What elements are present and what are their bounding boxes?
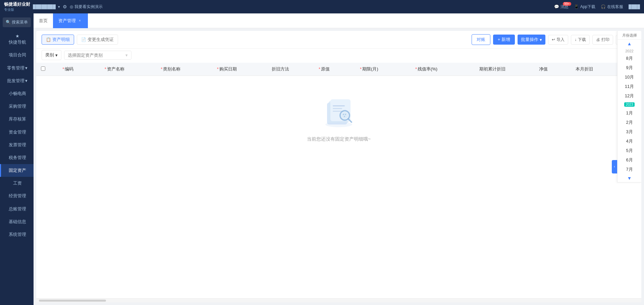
scroll-thumb[interactable] (39, 300, 106, 302)
year-2023-badge: 2023 (618, 101, 641, 108)
month-8[interactable]: 8月 (618, 54, 641, 63)
data-table: *编码 *资产名称 *类别名称 *购买日期 折旧方法 *原值 *期限(月) *残… (36, 63, 641, 76)
category-input[interactable] (68, 53, 124, 58)
category-filter[interactable]: 类别 ▾ (42, 50, 61, 60)
col-current-dep: 本月折旧 (559, 63, 610, 76)
company-name: ████████ (33, 4, 56, 9)
sub-tabs: 📋 资产明细 📄 变更生成凭证 对账 + 新增 批量操作 ▾ ↩ (36, 31, 641, 49)
chevron-down-icon: ▾ (58, 5, 60, 9)
col-original-value: *原值 (306, 63, 343, 76)
doc-icon: 📄 (81, 37, 86, 42)
sidebar-item-fixed-assets[interactable]: 固定资产 (0, 164, 34, 177)
month-5[interactable]: 5月 (618, 146, 641, 155)
month-12[interactable]: 12月 (618, 91, 641, 101)
sidebar-item-wholesale[interactable]: 批发管理 ▾ (0, 74, 34, 87)
month-3[interactable]: 3月 (618, 127, 641, 137)
month-11[interactable]: 11月 (618, 82, 641, 91)
quick-nav-icon: ★ (15, 33, 19, 39)
demo-link[interactable]: ◎ 我要看实例演示 (70, 4, 103, 10)
month-panel-up[interactable]: ▲ (618, 40, 641, 48)
tab-close-button[interactable]: × (77, 18, 83, 23)
col-net-value: 净值 (528, 63, 559, 76)
sidebar-item-retail[interactable]: 零售管理 ▾ (0, 62, 34, 74)
month-panel-toggle[interactable]: ‹ (612, 160, 617, 173)
svg-point-10 (343, 114, 344, 115)
month-panel: 月份选择 ▲ 2022 8月 9月 10月 11月 12月 2023 1月 2月… (617, 31, 641, 183)
message-badge: 99+ (563, 2, 571, 6)
sub-tab-voucher[interactable]: 📄 变更生成凭证 (77, 35, 118, 45)
online-service-action[interactable]: 🎧 在线客服 (601, 4, 623, 10)
user-area[interactable]: ████ (629, 4, 640, 9)
sidebar-item-basic-info[interactable]: 基础信息 (0, 215, 34, 228)
app-logo: 畅捷通好业财 专业版 (4, 1, 30, 12)
chevron-down-icon: ▾ (25, 78, 28, 84)
import-button[interactable]: ↩ 导入 (548, 35, 568, 45)
select-all-column (36, 63, 50, 76)
month-7[interactable]: 7月 (618, 165, 641, 174)
col-code: *编码 (50, 63, 87, 76)
settings-icon[interactable]: ⚙ (63, 4, 67, 9)
empty-state: 当前您还没有固定资产明细哦~ (36, 76, 641, 162)
col-asset-name: *资产名称 (87, 63, 143, 76)
print-icon: 🖨 (596, 37, 600, 42)
select-all-checkbox[interactable] (41, 66, 45, 71)
empty-illustration (319, 96, 359, 130)
col-purchase-date: *购买日期 (199, 63, 255, 76)
header-right: 💬 消息 99+ 📱 App下载 🎧 在线客服 ████ (554, 4, 640, 10)
col-category: *类别名称 (143, 63, 199, 76)
month-6[interactable]: 6月 (618, 155, 641, 165)
year-2022-label: 2022 (625, 48, 633, 54)
download-icon: 📱 (574, 4, 579, 9)
app-download-action[interactable]: 📱 App下载 (574, 4, 595, 10)
sidebar-item-operation[interactable]: 经营管理 (0, 190, 34, 202)
top-header: 畅捷通好业财 专业版 ████████ ▾ ⚙ ◎ 我要看实例演示 💬 消息 9… (0, 0, 644, 13)
search-menu-button[interactable]: 🔍 搜索菜单 (3, 17, 31, 27)
chevron-down-icon: ▾ (25, 65, 28, 71)
import-icon: ↩ (552, 37, 555, 42)
month-9[interactable]: 9月 (618, 63, 641, 72)
sidebar-item-finance[interactable]: 资金管理 (0, 126, 34, 139)
user-name: ████ (629, 4, 640, 9)
svg-point-8 (341, 112, 348, 119)
search-icon: 🔍 (6, 20, 11, 24)
month-10[interactable]: 10月 (618, 72, 641, 82)
sidebar-item-system[interactable]: 系统管理 (0, 228, 34, 241)
batch-button[interactable]: 批量操作 ▾ (518, 35, 545, 45)
message-action[interactable]: 💬 消息 99+ (554, 4, 569, 10)
tab-home[interactable]: 首页 (34, 13, 53, 28)
sidebar-item-project[interactable]: 项目合同 (0, 49, 34, 61)
content-area: 首页 资产管理 × 📋 资产明细 📄 变更生成凭证 (34, 13, 644, 305)
empty-message: 当前您还没有固定资产明细哦~ (307, 136, 371, 142)
print-button[interactable]: 🖨 打印 (592, 35, 613, 45)
category-input-wrap[interactable]: ▾ (64, 51, 131, 60)
horizontal-scrollbar[interactable] (36, 298, 641, 302)
sidebar-item-quick-nav[interactable]: ★ 快捷导航 (0, 30, 34, 49)
sidebar-item-ecommerce[interactable]: 小畅电商 (0, 87, 34, 100)
sub-tab-detail[interactable]: 📋 资产明细 (42, 35, 74, 45)
chevron-down-icon: ▾ (540, 37, 542, 42)
sidebar-item-ledger[interactable]: 总账管理 (0, 203, 34, 215)
list-icon: 📋 (46, 37, 51, 42)
add-button[interactable]: + 新增 (493, 35, 515, 45)
match-button[interactable]: 对账 (472, 34, 490, 45)
sidebar-item-invoice[interactable]: 发票管理 (0, 139, 34, 151)
tab-assets[interactable]: 资产管理 × (53, 13, 88, 28)
month-4[interactable]: 4月 (618, 137, 641, 146)
sidebar-item-tax[interactable]: 税务管理 (0, 151, 34, 164)
sidebar: 🔍 搜索菜单 ★ 快捷导航 项目合同 零售管理 ▾ 批发管理 ▾ 小畅电商 采购… (0, 13, 34, 305)
download-icon: ↓ (575, 37, 577, 42)
tab-bar: 首页 资产管理 × (34, 13, 644, 28)
demo-icon: ◎ (70, 4, 73, 9)
month-panel-down[interactable]: ▼ (618, 174, 641, 182)
company-dropdown[interactable]: ████████ ▾ (33, 4, 60, 9)
message-icon: 💬 (554, 4, 559, 9)
sidebar-item-purchase[interactable]: 采购管理 (0, 100, 34, 113)
page-content: 📋 资产明细 📄 变更生成凭证 对账 + 新增 批量操作 ▾ ↩ (36, 31, 641, 302)
month-1[interactable]: 1月 (618, 108, 641, 118)
sidebar-item-salary[interactable]: 工资 (0, 177, 34, 190)
download-button[interactable]: ↓ 下载 (571, 35, 590, 45)
sidebar-item-inventory[interactable]: 库存核算 (0, 113, 34, 125)
svg-rect-5 (333, 108, 342, 109)
month-2[interactable]: 2月 (618, 118, 641, 127)
filter-bar: 类别 ▾ ▾ (36, 49, 641, 63)
